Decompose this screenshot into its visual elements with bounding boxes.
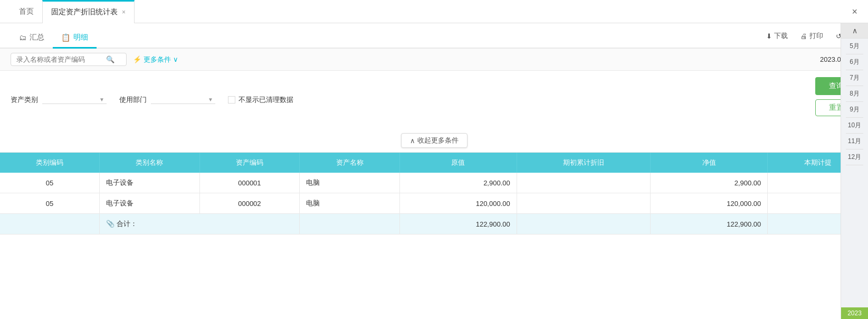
col-asset-code: 资产编码 (199, 153, 300, 173)
col-category-name: 类别名称 (99, 153, 199, 173)
summary-original-value: 122,900.00 (399, 214, 517, 234)
filter-icon: ⚡ (133, 55, 141, 63)
sidebar-month-item[interactable]: 10月 (846, 118, 863, 134)
collapse-button[interactable]: ∧ 收起更多条件 (401, 133, 468, 148)
print-btn[interactable]: 🖨 打印 (800, 31, 823, 41)
sidebar-month-item[interactable]: 8月 (846, 86, 863, 102)
cell-asset-name: 电脑 (300, 173, 400, 193)
department-select[interactable]: ▼ (151, 96, 215, 104)
asset-category-label: 资产类别 (11, 95, 38, 105)
cell-original-value: 2,900.00 (399, 173, 517, 193)
table-row: 05 电子设备 000001 电脑 2,900.00 2,900.00 (0, 173, 868, 193)
summary-icon: 🗂 (19, 33, 26, 42)
summary-icon-cell (0, 214, 99, 234)
cell-category-code: 05 (0, 173, 99, 193)
month-list: 5月6月7月8月9月10月11月12月 (846, 39, 863, 165)
sidebar-month-item[interactable]: 7月 (846, 70, 863, 86)
department-field: 使用部门 ▼ (119, 95, 215, 105)
cell-category-name: 电子设备 (99, 193, 199, 214)
cell-category-name: 电子设备 (99, 173, 199, 193)
col-accumulated-depreciation: 期初累计折旧 (517, 153, 651, 173)
sidebar-month-item[interactable]: 11月 (846, 134, 863, 149)
summary-net-value: 122,900.00 (651, 214, 768, 234)
tab-title: 固定资产折旧统计表 (51, 7, 118, 17)
sidebar-month-item[interactable]: 5月 (846, 39, 863, 54)
summary-spacer-2 (517, 214, 651, 234)
collapse-bar: ∧ 收起更多条件 (11, 129, 857, 152)
table-header-row: 类别编码 类别名称 资产编码 资产名称 原值 期初累计折旧 净值 本期计提 (0, 153, 868, 173)
active-tab[interactable]: 固定资产折旧统计表 × (42, 0, 135, 23)
assets-table: 类别编码 类别名称 资产编码 资产名称 原值 期初累计折旧 净值 本期计提 05… (0, 153, 868, 234)
main-content: 🗂 汇总 📋 明细 ⬇ 下载 🖨 打印 ↺ 刷新 🔍 (0, 23, 868, 319)
asset-category-field: 资产类别 ▼ (11, 95, 107, 105)
category-dropdown-icon: ▼ (99, 97, 104, 102)
close-tab-icon[interactable]: × (122, 8, 126, 16)
right-sidebar: ∧ 5月6月7月8月9月10月11月12月 2023 (841, 23, 868, 319)
table-row: 05 电子设备 000002 电脑 120,000.00 120,000.00 (0, 193, 868, 214)
download-icon: ⬇ (766, 32, 772, 40)
summary-label: 📎合计： (99, 214, 299, 234)
col-asset-name: 资产名称 (300, 153, 400, 173)
year-badge: 2023 (841, 307, 868, 319)
summary-row: 📎合计： 122,900.00 122,900.00 (0, 214, 868, 234)
close-window-icon[interactable]: × (852, 0, 857, 23)
search-icon[interactable]: 🔍 (106, 55, 115, 63)
chevron-down-icon: ∨ (173, 55, 178, 63)
more-conditions-btn[interactable]: ⚡ 更多条件 ∨ (133, 55, 178, 64)
download-btn[interactable]: ⬇ 下载 (766, 31, 788, 41)
sidebar-scroll-up[interactable]: ∧ (841, 23, 868, 39)
cell-original-value: 120,000.00 (399, 193, 517, 214)
sidebar-month-item[interactable]: 6月 (846, 54, 863, 70)
top-nav: 首页 固定资产折旧统计表 × × (0, 0, 868, 23)
cell-net-value: 2,900.00 (651, 173, 768, 193)
hide-cleared-checkbox[interactable] (228, 96, 235, 104)
tab-bar: 🗂 汇总 📋 明细 ⬇ 下载 🖨 打印 ↺ 刷新 (0, 23, 868, 49)
search-input[interactable] (16, 55, 106, 63)
sidebar-month-item[interactable]: 12月 (846, 149, 863, 165)
cell-accumulated-depreciation (517, 193, 651, 214)
summary-spacer-1 (300, 214, 400, 234)
sidebar-month-item[interactable]: 9月 (846, 102, 863, 118)
department-dropdown-icon: ▼ (208, 97, 213, 102)
cell-accumulated-depreciation (517, 173, 651, 193)
search-box: 🔍 (11, 53, 127, 66)
filter-row-1: 资产类别 ▼ 使用部门 ▼ 不显示已清理数据 查询 重置 (11, 77, 857, 123)
cell-asset-name: 电脑 (300, 193, 400, 214)
hide-cleared-field: 不显示已清理数据 (228, 95, 293, 105)
department-label: 使用部门 (119, 95, 147, 105)
chevron-up-icon: ∧ (410, 137, 415, 145)
advanced-filter: 资产类别 ▼ 使用部门 ▼ 不显示已清理数据 查询 重置 (0, 71, 868, 153)
data-table: 类别编码 类别名称 资产编码 资产名称 原值 期初累计折旧 净值 本期计提 05… (0, 153, 868, 319)
col-original-value: 原值 (399, 153, 517, 173)
cell-category-code: 05 (0, 193, 99, 214)
print-icon: 🖨 (800, 32, 807, 40)
filter-bar: 🔍 ⚡ 更多条件 ∨ 2023.01 › (0, 49, 868, 71)
col-category-code: 类别编码 (0, 153, 99, 173)
hide-cleared-label: 不显示已清理数据 (239, 95, 293, 105)
tab-summary[interactable]: 🗂 汇总 (11, 27, 53, 49)
home-tab[interactable]: 首页 (11, 0, 42, 23)
summary-icon: 📎 (106, 220, 115, 228)
detail-icon: 📋 (61, 33, 70, 42)
cell-net-value: 120,000.00 (651, 193, 768, 214)
cell-asset-code: 000002 (199, 193, 300, 214)
tab-detail[interactable]: 📋 明细 (53, 27, 97, 49)
cell-asset-code: 000001 (199, 173, 300, 193)
col-net-value: 净值 (651, 153, 768, 173)
asset-category-select[interactable]: ▼ (42, 96, 107, 104)
